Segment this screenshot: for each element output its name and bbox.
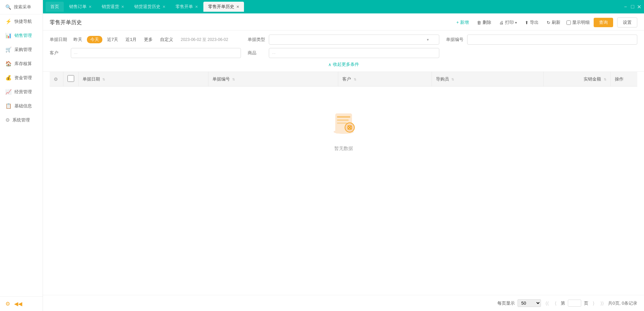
sort-guide-icon[interactable]: ⇅ xyxy=(451,77,454,81)
table-gear-icon[interactable]: ⚙ xyxy=(54,76,58,82)
tab-retail-history-label: 零售开单历史 xyxy=(208,4,234,10)
bill-type-label: 单据类型 xyxy=(248,37,266,43)
sidebar-item-operation[interactable]: 📈 经营管理 xyxy=(0,85,43,99)
page-title: 零售开单历史 xyxy=(50,19,82,26)
delete-button[interactable]: 🗑 删除 xyxy=(475,18,493,27)
show-detail-checkbox[interactable] xyxy=(566,20,571,25)
tab-retail-open-label: 零售开单 xyxy=(176,4,193,10)
purchase-icon: 🛒 xyxy=(5,47,12,53)
last-page-btn[interactable]: ⟩⟩ xyxy=(599,300,605,307)
collapse-filter-btn[interactable]: ∧ 收起更多条件 xyxy=(50,61,637,67)
show-detail-toggle[interactable]: 显示明细 xyxy=(566,19,590,25)
sort-number-icon[interactable]: ⇅ xyxy=(232,77,235,81)
date-options: 昨天 今天 近7天 近1月 更多 自定义 xyxy=(71,36,176,43)
query-label: 查询 xyxy=(599,19,608,25)
sidebar-item-label: 采购管理 xyxy=(14,47,32,53)
page-suffix-label: 页 xyxy=(584,300,588,306)
current-page-input[interactable]: 1 xyxy=(568,300,581,307)
per-page-label: 每页显示 xyxy=(497,300,515,306)
th-number: 单据编号 ⇅ xyxy=(208,72,338,87)
tab-retail-history[interactable]: 零售开单历史 ✕ xyxy=(203,2,244,12)
tab-bar-controls: － □ ✕ xyxy=(623,3,641,10)
add-label: + 新增 xyxy=(456,19,469,25)
customer-input[interactable]: ··· xyxy=(71,48,241,58)
window-close-btn[interactable]: ✕ xyxy=(637,4,641,10)
th-amount-label: 实销金额 xyxy=(584,76,601,82)
sidebar-item-finance[interactable]: 💰 资金管理 xyxy=(0,71,43,85)
tab-retail-history-close[interactable]: ✕ xyxy=(236,5,239,9)
sort-date-icon[interactable]: ⇅ xyxy=(102,77,105,81)
select-all-checkbox[interactable] xyxy=(67,75,74,82)
per-page-select[interactable]: 50 20 100 xyxy=(517,299,541,307)
sidebar-item-sys-mgmt[interactable]: ⚙ 系统管理 xyxy=(0,113,43,127)
query-button[interactable]: 查询 xyxy=(594,18,613,27)
tab-sales-return-history-close[interactable]: ✕ xyxy=(162,5,165,9)
sidebar-item-purchase-mgmt[interactable]: 🛒 采购管理 xyxy=(0,43,43,57)
window-maximize-btn[interactable]: □ xyxy=(631,4,634,10)
sort-customer-icon[interactable]: ⇅ xyxy=(354,77,356,81)
content-area: 零售开单历史 + 新增 🗑 删除 🖨 打印 ▾ ⬆ 导出 ↻ xyxy=(43,13,644,311)
customer-filter-label: 客户 xyxy=(50,50,68,56)
tab-sales-return-close[interactable]: ✕ xyxy=(121,5,124,9)
finance-icon: 💰 xyxy=(5,75,12,81)
tab-sales-order[interactable]: 销售订单 ✕ xyxy=(64,2,96,12)
next-page-btn[interactable]: ⟩ xyxy=(591,300,596,307)
quick-nav-icon: ⚡ xyxy=(5,18,12,24)
delete-label: 删除 xyxy=(483,19,491,25)
bill-type-select[interactable]: ▾ xyxy=(269,35,439,45)
setting-button[interactable]: 设置 xyxy=(617,17,637,28)
date-option-yesterday[interactable]: 昨天 xyxy=(71,36,85,43)
window-minimize-btn[interactable]: － xyxy=(623,3,628,10)
sidebar-item-quick-nav[interactable]: ⚡ 快捷导航 xyxy=(0,14,43,29)
bill-number-input[interactable] xyxy=(467,35,637,45)
add-button[interactable]: + 新增 xyxy=(454,18,471,27)
collapse-label: 收起更多条件 xyxy=(333,61,359,67)
header-actions: + 新增 🗑 删除 🖨 打印 ▾ ⬆ 导出 ↻ 刷新 xyxy=(454,17,637,28)
data-table: ⚙ 单据日期 ⇅ 单据编号 ⇅ xyxy=(50,72,637,87)
goods-input[interactable]: ··· xyxy=(269,48,439,58)
sidebar-item-label: 资金管理 xyxy=(14,75,32,81)
sidebar-item-label: 库存核算 xyxy=(14,61,32,67)
tab-sales-return[interactable]: 销货退货 ✕ xyxy=(97,2,129,12)
sidebar-search[interactable]: 🔍 搜索采单 xyxy=(0,0,43,14)
date-filter-label: 单据日期 xyxy=(50,37,68,43)
date-option-1month[interactable]: 近1月 xyxy=(123,36,139,43)
tab-retail-open-close[interactable]: ✕ xyxy=(195,5,198,9)
tab-sales-order-close[interactable]: ✕ xyxy=(89,5,92,9)
sidebar-item-label: 系统管理 xyxy=(12,117,30,123)
date-range-display: 2023-06-02 至 2023-06-02 xyxy=(181,37,228,43)
operation-icon: 📈 xyxy=(5,89,12,95)
sidebar-item-basic-info[interactable]: 📋 基础信息 xyxy=(0,99,43,113)
sidebar-item-label: 基础信息 xyxy=(14,103,32,109)
collapse-sidebar-icon[interactable]: ◀◀ xyxy=(14,301,22,307)
date-option-7days[interactable]: 近7天 xyxy=(104,36,121,43)
filter-bill-type-item: 单据类型 ▾ xyxy=(248,35,439,45)
tab-sales-return-history[interactable]: 销货退货历史 ✕ xyxy=(130,2,170,12)
date-option-custom[interactable]: 自定义 xyxy=(157,36,176,43)
first-page-btn[interactable]: ⟨⟨ xyxy=(544,300,550,307)
settings-gear-icon[interactable]: ⚙ xyxy=(5,301,10,307)
refresh-button[interactable]: ↻ 刷新 xyxy=(545,18,562,27)
tab-home[interactable]: 首页 xyxy=(46,2,64,12)
sidebar-item-label: 经营管理 xyxy=(14,89,32,95)
th-number-label: 单据编号 xyxy=(212,76,230,82)
sidebar-item-inventory[interactable]: 🏠 库存核算 xyxy=(0,57,43,71)
print-label: 打印 xyxy=(505,19,514,25)
sort-amount-icon[interactable]: ⇅ xyxy=(604,77,606,81)
date-option-today[interactable]: 今天 xyxy=(87,36,102,43)
pagination: 每页显示 50 20 100 ⟨⟨ ⟨ 第 1 页 ⟩ ⟩⟩ 共0页, 0条记录 xyxy=(43,295,644,311)
empty-state: 暂无数据 xyxy=(50,87,637,172)
export-button[interactable]: ⬆ 导出 xyxy=(523,18,541,27)
filter-row-1: 单据日期 昨天 今天 近7天 近1月 更多 自定义 2023-06-02 至 2… xyxy=(50,35,637,45)
empty-text: 暂无数据 xyxy=(334,146,353,152)
th-actions-label: 操作 xyxy=(615,76,624,82)
prev-page-btn[interactable]: ⟨ xyxy=(553,300,558,307)
tab-retail-open[interactable]: 零售开单 ✕ xyxy=(171,2,203,12)
sidebar-item-sales-mgmt[interactable]: 📊 销售管理 xyxy=(0,29,43,43)
print-button[interactable]: 🖨 打印 ▾ xyxy=(497,18,519,27)
date-option-more[interactable]: 更多 xyxy=(141,36,155,43)
refresh-icon: ↻ xyxy=(547,20,550,25)
table-container: ⚙ 单据日期 ⇅ 单据编号 ⇅ xyxy=(43,72,644,295)
setting-label: 设置 xyxy=(623,19,632,25)
goods-dots: ··· xyxy=(272,51,276,56)
